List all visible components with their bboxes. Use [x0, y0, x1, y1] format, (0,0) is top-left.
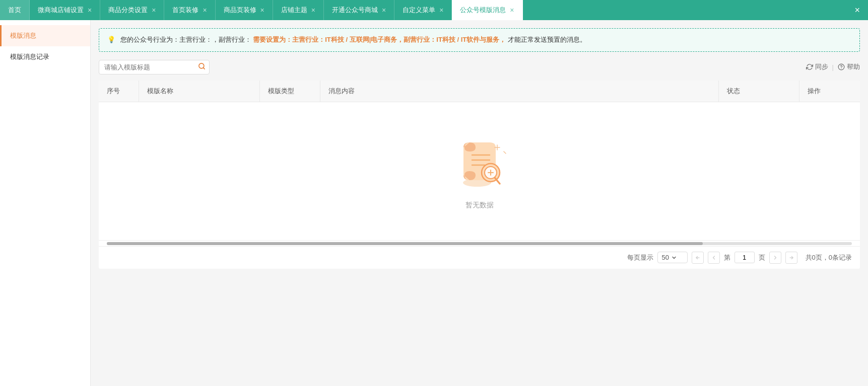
- search-right: 同步 | 帮助: [806, 62, 860, 71]
- sidebar-item-template-msg-label: 模版消息: [10, 32, 36, 39]
- search-bar: 同步 | 帮助: [99, 60, 860, 74]
- prev-page-button[interactable]: [708, 252, 720, 264]
- last-page-button[interactable]: [785, 252, 797, 264]
- scrollbar-area[interactable]: [99, 240, 860, 246]
- notice-highlight-text: 需要设置为：主营行业：IT科技 / 互联网|电子商务，副营行业：IT科技 / I…: [253, 36, 506, 43]
- tab-product-decor-label: 商品页装修: [224, 6, 256, 15]
- search-input-wrap: [99, 60, 210, 74]
- sync-label: 同步: [815, 62, 828, 71]
- tab-custom-menu[interactable]: 自定义菜单 ×: [394, 0, 452, 20]
- per-page-value: 50: [662, 254, 669, 261]
- tab-category-close[interactable]: ×: [152, 7, 156, 14]
- sync-icon: [806, 63, 813, 70]
- tab-template-msg[interactable]: 公众号模版消息 ×: [452, 0, 522, 20]
- tab-custom-menu-label: 自定义菜单: [403, 6, 435, 15]
- next-page-icon: [772, 255, 778, 261]
- tab-homepage-decor[interactable]: 首页装修 ×: [164, 0, 215, 20]
- tab-open-mall-label: 开通公众号商城: [332, 6, 378, 15]
- tab-open-mall-close[interactable]: ×: [382, 7, 386, 14]
- tab-bar: 首页 微商城店铺设置 × 商品分类设置 × 首页装修 × 商品页装修 × 店铺主…: [0, 0, 868, 20]
- search-left: [99, 60, 210, 74]
- tab-bar-close-all[interactable]: ×: [846, 5, 868, 16]
- total-label: 共0页，0条记录: [806, 253, 852, 262]
- next-page-button[interactable]: [769, 252, 781, 264]
- th-name: 模版名称: [139, 81, 260, 102]
- last-page-icon: [788, 255, 794, 261]
- th-seq: 序号: [99, 81, 139, 102]
- notice-prefix-text: 您的公众号行业为：主营行业：，副营行业：: [120, 36, 251, 43]
- notice-banner: 💡 您的公众号行业为：主营行业：，副营行业： 需要设置为：主营行业：IT科技 /…: [99, 28, 860, 52]
- tab-template-msg-close[interactable]: ×: [510, 7, 514, 14]
- per-page-select[interactable]: 50: [657, 252, 688, 263]
- pagination: 每页显示 50: [99, 246, 860, 269]
- tab-wsc-store[interactable]: 微商城店铺设置 ×: [30, 0, 100, 20]
- sidebar-item-template-msg[interactable]: 模版消息: [0, 25, 90, 46]
- th-status: 状态: [719, 81, 799, 102]
- main-layout: 模版消息 模版消息记录 💡 您的公众号行业为：主营行业：，副营行业： 需要设置为…: [0, 20, 868, 386]
- chevron-down-icon: [671, 255, 677, 261]
- tab-category[interactable]: 商品分类设置 ×: [100, 0, 164, 20]
- sidebar-item-template-msg-log[interactable]: 模版消息记录: [0, 46, 90, 67]
- th-action: 操作: [799, 81, 860, 102]
- help-button[interactable]: 帮助: [838, 62, 860, 71]
- tab-template-msg-label: 公众号模版消息: [460, 6, 506, 15]
- search-icon: [198, 62, 206, 70]
- tab-category-label: 商品分类设置: [108, 6, 148, 15]
- empty-state: 暂无数据: [99, 102, 860, 240]
- tab-store-theme[interactable]: 店铺主题 ×: [273, 0, 324, 20]
- sidebar: 模版消息 模版消息记录: [0, 20, 91, 386]
- scrollbar-track: [107, 242, 852, 245]
- notice-suffix-text: 才能正常发送预置的消息。: [508, 36, 586, 43]
- page-label: 第: [724, 253, 730, 262]
- page-input[interactable]: [735, 252, 755, 263]
- search-input[interactable]: [99, 60, 210, 74]
- help-icon: [838, 63, 845, 70]
- table-wrap: 序号 模版名称 模版类型 消息内容 状态 操作: [99, 81, 860, 269]
- svg-line-1: [203, 68, 205, 69]
- tab-open-mall[interactable]: 开通公众号商城 ×: [324, 0, 394, 20]
- tab-wsc-store-close[interactable]: ×: [88, 7, 92, 14]
- empty-text: 暂无数据: [465, 201, 494, 210]
- first-page-button[interactable]: [692, 252, 704, 264]
- tab-custom-menu-close[interactable]: ×: [439, 7, 443, 14]
- tab-product-decor[interactable]: 商品页装修 ×: [216, 0, 273, 20]
- scrollbar-thumb[interactable]: [107, 242, 703, 245]
- sidebar-item-template-msg-log-label: 模版消息记录: [10, 53, 49, 60]
- tab-store-theme-label: 店铺主题: [281, 6, 307, 15]
- content-area: 💡 您的公众号行业为：主营行业：，副营行业： 需要设置为：主营行业：IT科技 /…: [91, 20, 868, 386]
- empty-illustration: [449, 132, 510, 193]
- per-page-label: 每页显示: [627, 253, 653, 262]
- sync-button[interactable]: 同步: [806, 62, 828, 71]
- tab-homepage-decor-label: 首页装修: [172, 6, 198, 15]
- tab-wsc-store-label: 微商城店铺设置: [38, 6, 84, 15]
- tab-home[interactable]: 首页: [0, 0, 30, 20]
- first-page-icon: [695, 255, 701, 261]
- notice-icon: 💡: [107, 36, 115, 43]
- tab-store-theme-close[interactable]: ×: [311, 7, 315, 14]
- search-button[interactable]: [198, 62, 206, 71]
- page-suffix: 页: [759, 253, 765, 262]
- tab-homepage-decor-close[interactable]: ×: [203, 7, 207, 14]
- help-label: 帮助: [847, 62, 860, 71]
- tab-home-label: 首页: [8, 6, 21, 15]
- th-content: 消息内容: [320, 81, 719, 102]
- prev-page-icon: [711, 255, 717, 261]
- table-header: 序号 模版名称 模版类型 消息内容 状态 操作: [99, 81, 860, 102]
- svg-line-15: [504, 151, 506, 153]
- divider: |: [832, 63, 834, 71]
- th-type: 模版类型: [260, 81, 320, 102]
- tab-product-decor-close[interactable]: ×: [260, 7, 264, 14]
